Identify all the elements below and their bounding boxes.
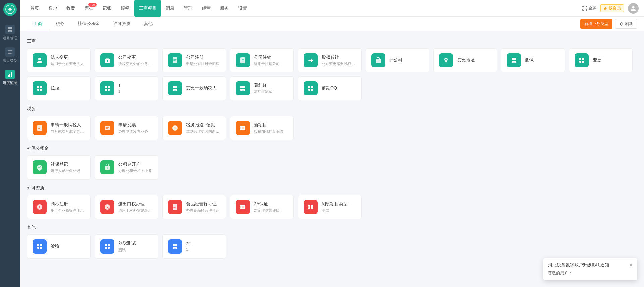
- card-biangeng-yiban[interactable]: 变更一般纳税人: [162, 76, 226, 100]
- svg-rect-59: [243, 207, 245, 209]
- card-kai-gongsi[interactable]: 开公司: [366, 48, 429, 72]
- svg-rect-38: [243, 86, 245, 88]
- card-gongsi-biangeng[interactable]: 公司变更 股权变更外的业务变更: [95, 48, 158, 72]
- svg-rect-40: [243, 89, 245, 91]
- nav-home[interactable]: 首页: [25, 0, 44, 17]
- card-shebao-dengji[interactable]: 社保登记 进行人员社保登记: [27, 155, 91, 180]
- svg-rect-20: [514, 61, 516, 63]
- card-icon-ceshi: [507, 53, 521, 67]
- card-icon-gongjijin: [100, 160, 114, 174]
- card-icon-zhuxiao: [236, 53, 250, 67]
- sidebar-item-progress[interactable]: 进度监测: [0, 66, 20, 89]
- nav-fee[interactable]: 收费: [62, 0, 80, 17]
- tab-xuke[interactable]: 许可资质: [106, 17, 137, 31]
- card-guquan-zhuanrang[interactable]: 股权转让 公司变更需要股权转让: [298, 48, 362, 72]
- card-biangeng-dizhi[interactable]: 变更地址: [433, 48, 497, 72]
- card-jinchukouquan[interactable]: 进出口权办理 适用于对外贸易经营者: [95, 195, 158, 219]
- card-icon-jinchukou: [100, 200, 114, 214]
- card-gongsi-zhuce[interactable]: 公司注册 申请公司注册全流程: [162, 48, 226, 72]
- card-shenqing-fapiao[interactable]: 申请发票 办理申请发票业务: [95, 116, 158, 140]
- user-avatar[interactable]: [628, 3, 639, 14]
- card-biangeng2[interactable]: 变更: [569, 48, 633, 72]
- svg-rect-31: [105, 89, 107, 91]
- nav-operation[interactable]: 经营: [197, 0, 215, 17]
- svg-rect-63: [311, 207, 313, 209]
- app-logo: [3, 3, 17, 16]
- card-shenqing-yiban[interactable]: 申请一般纳税人 当月或次月成变更完成: [27, 116, 91, 140]
- tab-gongshang[interactable]: 工商: [27, 17, 49, 31]
- new-badge: new: [88, 3, 97, 7]
- svg-rect-64: [37, 244, 39, 246]
- add-type-button[interactable]: 新增业务类型: [580, 19, 612, 29]
- svg-rect-69: [108, 244, 110, 246]
- card-shangbiao-zhuce[interactable]: 商标注册 用于企业商标注册服务: [27, 195, 91, 219]
- content: 工商 税务 社保公积金 许可资质 其他 新增业务类型: [20, 17, 644, 287]
- section-title-other: 其他: [27, 224, 637, 230]
- svg-rect-6: [9, 74, 10, 77]
- card-icon-3a: [236, 200, 250, 214]
- card-haha[interactable]: 哈哈: [27, 234, 91, 259]
- notification-close-button[interactable]: ✕: [629, 263, 633, 267]
- nav-manage[interactable]: 管理: [179, 0, 197, 17]
- card-gehonghong[interactable]: 葛红红 葛红红测试: [230, 76, 294, 100]
- card-lala[interactable]: 拉拉: [27, 76, 91, 100]
- card-icon-gehonghong: [236, 81, 250, 95]
- tab-shebao[interactable]: 社保公积金: [71, 17, 106, 31]
- card-one[interactable]: 1 1: [95, 76, 158, 100]
- svg-rect-41: [308, 86, 310, 88]
- svg-rect-25: [37, 86, 39, 88]
- nav-customer[interactable]: 客户: [44, 0, 62, 17]
- nav-tax[interactable]: 报税: [116, 0, 134, 17]
- card-icon-jizhang: [168, 121, 182, 135]
- fullscreen-btn[interactable]: 全屏: [582, 5, 596, 11]
- card-21[interactable]: 21 1: [162, 234, 226, 259]
- svg-rect-36: [175, 89, 177, 91]
- card-test-type[interactable]: 测试项目类型目定义 测试: [298, 195, 362, 219]
- nav-ticket[interactable]: 票据 new: [80, 0, 98, 17]
- svg-rect-44: [311, 89, 313, 91]
- sidebar-item-project-type[interactable]: 项目类型: [0, 44, 20, 66]
- card-grid-other: 哈哈 刘聪测试 测试: [27, 234, 637, 259]
- card-icon-haha: [33, 239, 47, 254]
- svg-rect-68: [105, 244, 107, 246]
- tab-bar: 工商 税务 社保公积金 许可资质 其他 新增业务类型: [20, 17, 644, 31]
- nav-service[interactable]: 服务: [215, 0, 233, 17]
- sidebar-item-label: 项目类型: [3, 58, 17, 63]
- svg-rect-48: [240, 126, 243, 128]
- svg-rect-49: [243, 126, 245, 128]
- nav-settings[interactable]: 设置: [233, 0, 252, 17]
- vip-btn[interactable]: 畅会员: [600, 4, 624, 12]
- svg-point-9: [38, 58, 41, 60]
- card-gongjijin-kaihu[interactable]: 公积金开户 办理公积金相关业务: [95, 155, 158, 180]
- sidebar-item-project-manage[interactable]: 项目管理: [0, 21, 20, 44]
- sidebar: 项目管理 项目类型 进度监测: [0, 0, 20, 287]
- svg-rect-74: [173, 247, 175, 249]
- card-shipin-xuke[interactable]: 食品经营许可证 办理食品经营许可证: [162, 195, 226, 219]
- card-icon-lala: [33, 81, 47, 95]
- card-icon-shipin: [168, 200, 182, 214]
- card-icon-gongsi-biangengg: [100, 53, 114, 67]
- nav-message[interactable]: 消息: [161, 0, 179, 17]
- card-ceshi[interactable]: 测试: [501, 48, 565, 72]
- svg-rect-71: [108, 247, 110, 249]
- card-shuiwu-jizhang[interactable]: 税务报道+记账 拿到营业执照的新公司: [162, 116, 226, 140]
- card-icon-guquan: [304, 53, 318, 67]
- svg-rect-73: [175, 244, 177, 246]
- svg-rect-39: [240, 89, 243, 91]
- card-3a-renzheng[interactable]: 3A认证 对企业信誉评级: [230, 195, 294, 219]
- card-qianqi-qq[interactable]: 前期QQ: [298, 76, 362, 100]
- card-faren-biangeng[interactable]: 法人变更 适用于公司变更法人: [27, 48, 91, 72]
- svg-rect-62: [308, 207, 310, 209]
- tab-shuiwu[interactable]: 税务: [49, 17, 71, 31]
- card-icon-zhuce: [168, 53, 182, 67]
- nav-business[interactable]: 工商项目: [134, 0, 161, 17]
- card-xin-xiangmu[interactable]: 新项目 报税加税控盘保管: [230, 116, 294, 140]
- notification-text: 尊敬的用户：: [548, 270, 633, 276]
- refresh-button[interactable]: 刷新: [615, 19, 637, 29]
- svg-rect-58: [240, 207, 243, 209]
- nav-bookkeeping[interactable]: 记账: [98, 0, 116, 17]
- svg-rect-34: [175, 86, 177, 88]
- card-liucong-test[interactable]: 刘聪测试 测试: [95, 234, 158, 259]
- tab-other[interactable]: 其他: [137, 17, 159, 31]
- card-gongsi-zhuxiao[interactable]: 公司注销 适用于注销公司: [230, 48, 294, 72]
